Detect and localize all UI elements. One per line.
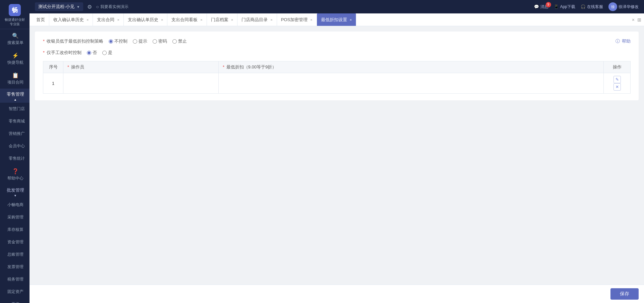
help-link[interactable]: ⓘ 帮助 — [615, 38, 631, 44]
tab-close-icon[interactable]: × — [87, 13, 89, 26]
tab-pos-password[interactable]: POS加密管理 × — [277, 13, 317, 26]
project-name: 测试分开流程-小见 — [38, 4, 74, 10]
manual-price-yes[interactable]: 是 — [102, 50, 112, 56]
manual-price-no-label: 否 — [93, 50, 97, 56]
sidebar-item-wholesale[interactable]: 批发管理 ▼ — [0, 185, 30, 199]
sidebar-item-assets[interactable]: 固定资产 — [0, 286, 30, 298]
strategy-radio-forbid[interactable] — [172, 39, 177, 44]
topbar-project-selector[interactable]: 测试分开流程-小见 ▼ — [35, 2, 83, 11]
sidebar-item-stats[interactable]: 零售统计 — [0, 152, 30, 165]
topbar-app-download[interactable]: 📱 App下载 — [554, 4, 575, 10]
manual-price-no[interactable]: 否 — [87, 50, 97, 56]
manual-price-row: * 仅手工改价时控制 否 是 — [43, 50, 631, 56]
col-seq: 序号 — [43, 61, 63, 73]
sidebar-item-member[interactable]: 会员中心 — [0, 140, 30, 152]
download-icon: 📱 — [554, 4, 559, 9]
sidebar-item-marketing[interactable]: 营销推广 — [0, 128, 30, 140]
sidebar-item-label: 快捷导航 — [7, 60, 23, 65]
tab-payment-contract[interactable]: 支出合同 × — [93, 13, 123, 26]
message-icon: 💬 — [534, 4, 539, 9]
strategy-radio-remind[interactable] — [133, 39, 137, 44]
close-tab-button[interactable]: × — [632, 17, 635, 22]
discount-table: 序号 * 操作员 * 最低折扣（9.00等于9折） 操作 — [43, 61, 631, 94]
tab-income-confirm[interactable]: 收入确认单历史 × — [49, 13, 93, 26]
help-label: 帮助 — [622, 39, 631, 44]
manual-price-radio-group: 否 是 — [87, 50, 112, 56]
sidebar-item-label: 零售统计 — [9, 156, 25, 161]
strategy-password[interactable]: 密码 — [153, 38, 167, 44]
sidebar-item-tax[interactable]: 税务管理 — [0, 273, 30, 286]
sidebar-item-label: 资金管理 — [7, 239, 23, 245]
tabbar-controls: × ⊞ — [629, 17, 641, 22]
topbar-customer-service[interactable]: 🎧 在线客服 — [581, 4, 603, 10]
sidebar-item-smart-store[interactable]: 智慧门店 — [0, 103, 30, 115]
tabbar: 首页 收入确认单历史 × 支出合同 × 支出确认单历史 × 支出合同看板 × 门… — [30, 13, 644, 26]
save-button[interactable]: 保存 — [610, 288, 639, 300]
message-badge: 9 — [546, 2, 551, 7]
sidebar-item-search[interactable]: 🔍 搜索菜单 — [0, 29, 30, 49]
tab-store-file[interactable]: 门店档案 × — [207, 13, 237, 26]
tab-close-icon[interactable]: × — [350, 13, 352, 26]
strategy-radio-group: 不控制 提示 密码 禁止 — [109, 38, 187, 44]
tab-close-icon[interactable]: × — [161, 13, 163, 26]
sidebar-item-ecommerce[interactable]: 小畅电商 — [0, 199, 30, 211]
tab-close-icon[interactable]: × — [117, 13, 119, 26]
tab-close-icon[interactable]: × — [310, 13, 312, 26]
sidebar-item-label: 零售商城 — [9, 118, 25, 124]
strategy-no-control[interactable]: 不控制 — [109, 38, 127, 44]
tab-payment-board[interactable]: 支出合同看板 × — [167, 13, 207, 26]
edit-row-button[interactable]: ✎ — [613, 76, 621, 83]
topbar-message[interactable]: 💬 消息 9 — [534, 4, 548, 10]
manual-price-radio-no[interactable] — [87, 51, 91, 55]
tab-store-goods[interactable]: 门店商品目录 × — [237, 13, 277, 26]
manual-price-radio-yes[interactable] — [102, 51, 107, 55]
sidebar-item-help[interactable]: ❓ 帮助中心 — [0, 165, 30, 185]
sidebar-item-project[interactable]: 📋 项目合同 — [0, 69, 30, 89]
sidebar-item-label: 固定资产 — [7, 289, 23, 295]
sidebar-item-finance[interactable]: 资金管理 — [0, 236, 30, 248]
tab-label: 最低折扣设置 — [321, 13, 347, 26]
manual-price-yes-label: 是 — [108, 50, 112, 56]
table-cell-actions: ✎ ✕ — [604, 73, 631, 94]
tab-label: 门店档案 — [211, 13, 228, 26]
sidebar-item-shortcut[interactable]: ⚡ 快捷导航 — [0, 49, 30, 69]
sidebar-item-online-shop[interactable]: 零售商城 — [0, 115, 30, 128]
project-icon: 📋 — [12, 72, 19, 79]
sidebar-item-label: 采购管理 — [7, 214, 23, 220]
expand-tab-button[interactable]: ⊞ — [637, 17, 641, 22]
play-icon: ○ — [96, 4, 99, 9]
sidebar-item-label: 总账管理 — [7, 252, 23, 257]
footer: 保存 — [30, 285, 644, 303]
sidebar-item-inventory[interactable]: 库存核算 — [0, 223, 30, 236]
required-mark: * — [43, 50, 45, 55]
sidebar-logo: 畅 畅捷通好业财 专业版 — [0, 0, 30, 29]
tab-close-icon[interactable]: × — [270, 13, 272, 26]
strategy-radio-no-control[interactable] — [109, 39, 113, 44]
topbar-demo-button[interactable]: ○ 我要看实例演示 — [96, 4, 128, 10]
sidebar-item-label: 项目合同 — [7, 80, 23, 85]
sidebar-item-label: 会员中心 — [9, 143, 25, 149]
delete-row-button[interactable]: ✕ — [613, 83, 621, 91]
strategy-row: * 收银员低于最低折扣控制策略 不控制 提示 密码 — [43, 38, 631, 44]
tab-payment-confirm[interactable]: 支出确认单历史 × — [124, 13, 167, 26]
table-header-row: 序号 * 操作员 * 最低折扣（9.00等于9折） 操作 — [43, 61, 631, 73]
avatar: 徐 — [608, 2, 617, 11]
sidebar-item-invoice[interactable]: 发票管理 — [0, 261, 30, 273]
sidebar-item-retail[interactable]: 零售管理 ▲ — [0, 89, 30, 103]
tab-close-icon[interactable]: × — [200, 13, 202, 26]
manual-price-label: * 仅手工改价时控制 — [43, 50, 82, 56]
strategy-password-label: 密码 — [158, 38, 167, 44]
sidebar-item-accounting[interactable]: 总账管理 — [0, 248, 30, 261]
sidebar-item-purchase[interactable]: 采购管理 — [0, 211, 30, 223]
service-icon: 🎧 — [581, 4, 586, 9]
help-icon: ❓ — [12, 168, 19, 174]
strategy-forbid[interactable]: 禁止 — [172, 38, 187, 44]
sidebar-item-payroll[interactable]: 工资 — [0, 298, 30, 303]
topbar-user[interactable]: 徐 徐泽华修改 — [608, 2, 639, 11]
strategy-radio-password[interactable] — [153, 39, 157, 44]
tab-close-icon[interactable]: × — [231, 13, 233, 26]
tab-home[interactable]: 首页 — [32, 13, 49, 26]
topbar-settings-button[interactable]: ⚙ — [87, 4, 92, 10]
strategy-remind[interactable]: 提示 — [133, 38, 147, 44]
tab-min-discount[interactable]: 最低折扣设置 × — [317, 13, 356, 26]
